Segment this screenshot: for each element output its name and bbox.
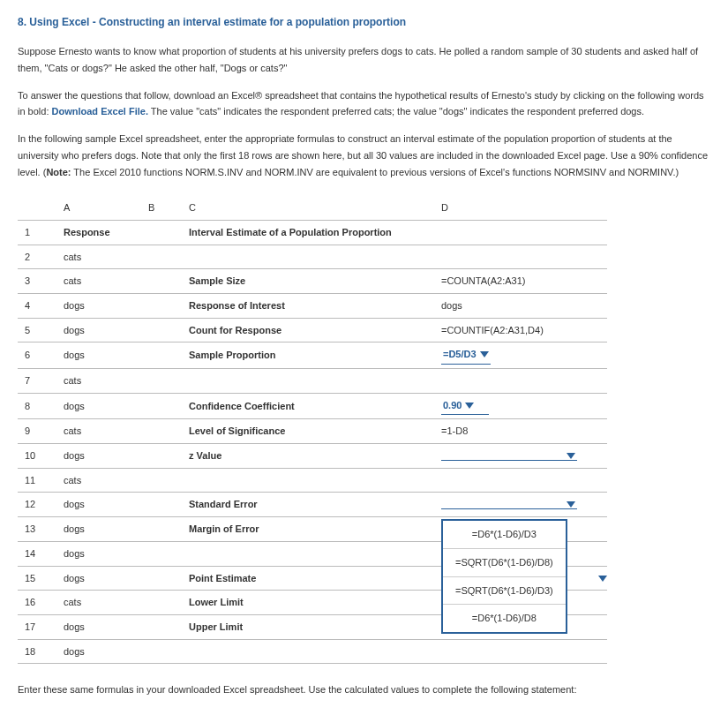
- p3-text-b: The Excel 2010 functions NORM.S.INV and …: [71, 167, 679, 177]
- row-num: 3: [18, 269, 56, 294]
- label: Count for Response: [182, 318, 434, 342]
- stderr-dropdown[interactable]: [441, 501, 577, 509]
- cell-c1: Interval Estimate of a Population Propor…: [182, 220, 434, 245]
- option-3[interactable]: =SQRT(D6*(1-D6)/D3): [443, 577, 566, 606]
- row-num: 17: [18, 614, 56, 639]
- label: Margin of Error: [182, 517, 434, 542]
- p2-text-b: The value "cats" indicates the responden…: [151, 106, 644, 117]
- label: Point Estimate: [182, 566, 434, 591]
- row-num: 15: [18, 566, 56, 591]
- row-num: 8: [18, 393, 56, 419]
- option-1[interactable]: =D6*(1-D6)/D3: [443, 521, 566, 549]
- row-num: 6: [18, 342, 56, 369]
- cell: dogs: [56, 444, 141, 469]
- cell: cats: [56, 245, 141, 269]
- cell: dogs: [56, 639, 141, 664]
- cell: cats: [56, 468, 141, 493]
- row-num: 1: [18, 220, 56, 245]
- dd-value: 0.90: [443, 397, 462, 414]
- row-num: 12: [18, 493, 56, 517]
- label: Confidence Coefficient: [182, 393, 434, 419]
- dd-value: =D5/D3: [443, 346, 477, 363]
- row-num: 14: [18, 541, 56, 566]
- cell: dogs: [56, 614, 141, 639]
- label: Lower Limit: [182, 591, 434, 615]
- row-num: 9: [18, 419, 56, 444]
- label: Response of Interest: [182, 293, 434, 318]
- after-table-instr: Enter these same formulas in your downlo…: [18, 681, 710, 698]
- cell: dogs: [56, 293, 141, 318]
- formula-options-popup: =D6*(1-D6)/D3 =SQRT(D6*(1-D6)/D8) =SQRT(…: [441, 519, 567, 634]
- label: Upper Limit: [182, 614, 434, 639]
- row-num: 5: [18, 318, 56, 342]
- cell: cats: [56, 419, 141, 444]
- excel-sheet: A B C D 1ResponseInterval Estimate of a …: [18, 196, 607, 664]
- cell: dogs: [56, 566, 141, 591]
- cell: dogs: [56, 393, 141, 419]
- row-num: 18: [18, 639, 56, 664]
- formula: =1-D8: [434, 419, 607, 444]
- cell: cats: [56, 591, 141, 615]
- option-2[interactable]: =SQRT(D6*(1-D6)/D8): [443, 549, 566, 577]
- cell-a1: Response: [56, 220, 141, 245]
- row-num: 7: [18, 369, 56, 394]
- zvalue-dropdown[interactable]: [441, 453, 577, 461]
- col-header-d: D: [434, 196, 607, 220]
- row-num: 13: [18, 517, 56, 542]
- intro-p1: Suppose Ernesto wants to know what propo…: [18, 43, 710, 76]
- cell: cats: [56, 269, 141, 294]
- question-heading: 8. Using Excel - Constructing an interva…: [18, 13, 710, 31]
- chevron-down-icon[interactable]: [598, 576, 607, 582]
- cell: dogs: [56, 318, 141, 342]
- col-header-a: A: [56, 196, 141, 220]
- chevron-down-icon: [567, 501, 575, 508]
- label: Sample Size: [182, 269, 434, 294]
- value: dogs: [434, 293, 607, 318]
- col-header-c: C: [182, 196, 434, 220]
- label: Standard Error: [182, 493, 434, 517]
- cell: dogs: [56, 541, 141, 566]
- row-num: 4: [18, 293, 56, 318]
- option-4[interactable]: =D6*(1-D6)/D8: [443, 605, 566, 632]
- intro-p2: To answer the questions that follow, dow…: [18, 87, 710, 120]
- row-num: 11: [18, 468, 56, 493]
- cell: dogs: [56, 517, 141, 542]
- formula: =COUNTIF(A2:A31,D4): [434, 318, 607, 342]
- label: z Value: [182, 444, 434, 469]
- row-num: 16: [18, 591, 56, 615]
- confidence-coeff-dropdown[interactable]: 0.90: [441, 397, 489, 416]
- row-num: 2: [18, 245, 56, 269]
- note-label: Note:: [46, 167, 71, 177]
- download-excel-link[interactable]: Download Excel File.: [52, 106, 148, 117]
- cell: cats: [56, 369, 141, 394]
- sample-proportion-dropdown[interactable]: =D5/D3: [441, 346, 491, 365]
- row-num: 10: [18, 444, 56, 469]
- cell: dogs: [56, 493, 141, 517]
- intro-p3: In the following sample Excel spreadshee…: [18, 131, 710, 180]
- label: Level of Significance: [182, 419, 434, 444]
- chevron-down-icon: [567, 453, 575, 459]
- chevron-down-icon: [480, 351, 489, 358]
- chevron-down-icon: [465, 403, 474, 409]
- label: Sample Proportion: [182, 342, 434, 369]
- cell: dogs: [56, 342, 141, 369]
- col-header-b: B: [141, 196, 182, 220]
- formula: =COUNTA(A2:A31): [434, 269, 607, 294]
